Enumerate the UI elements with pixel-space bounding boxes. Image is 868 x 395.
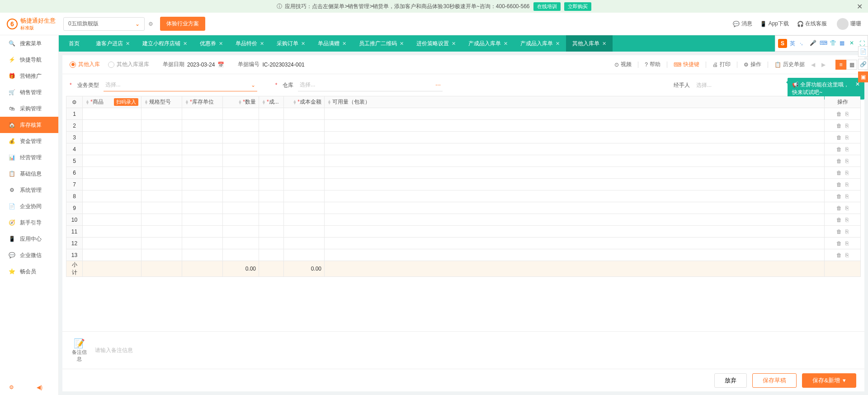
sidebar-item[interactable]: ⭐畅会员 (0, 263, 58, 280)
hotkey-link[interactable]: ⌨ 快捷键 (674, 61, 699, 68)
training-button[interactable]: 在线培训 (533, 2, 561, 11)
tab-close-icon[interactable]: ✕ (219, 41, 223, 47)
message-link[interactable]: 💬消息 (733, 20, 752, 28)
sidebar-item[interactable]: 📄企业协同 (0, 198, 58, 214)
delete-icon[interactable]: 🗑 (836, 146, 842, 152)
tab[interactable]: 产成品入库单✕ (514, 35, 566, 52)
table-row[interactable]: 6🗑⎘ (66, 167, 861, 179)
delete-icon[interactable]: 🗑 (836, 205, 842, 211)
table-row[interactable]: 3🗑⎘ (66, 132, 861, 143)
ops-link[interactable]: ⚙ 操作 (744, 61, 761, 68)
biz-type-select[interactable]: 选择... ⌄ (104, 79, 257, 91)
tab-close-icon[interactable]: ✕ (183, 41, 187, 47)
col-product[interactable]: ▲▼*商品扫码录入 (83, 96, 142, 108)
delete-icon[interactable]: 🗑 (836, 158, 842, 164)
copy-icon[interactable]: ⎘ (845, 193, 849, 200)
table-row[interactable]: 2🗑⎘ (66, 120, 861, 132)
col-unit[interactable]: ▲▼*库存单位 (182, 96, 223, 108)
tab[interactable]: 员工推广二维码✕ (353, 35, 410, 52)
tab[interactable]: 首页 (59, 35, 90, 52)
delete-icon[interactable]: 🗑 (836, 228, 842, 235)
tab[interactable]: 采购订单✕ (270, 35, 311, 52)
sidebar-item[interactable]: 🔍搜索菜单 (0, 35, 58, 52)
tab-close-icon[interactable]: ✕ (556, 41, 560, 47)
tab[interactable]: 邀客户进店✕ (90, 35, 136, 52)
radio-other-in[interactable]: 其他入库 (70, 61, 100, 68)
copy-icon[interactable]: ⎘ (845, 158, 849, 164)
expand-icon[interactable]: ⛶ (859, 40, 865, 47)
col-qty[interactable]: ▲▼*数量 (223, 96, 259, 108)
save-new-button[interactable]: 保存&新增▾ (802, 373, 856, 388)
sidebar-item[interactable]: 📊经营管理 (0, 149, 58, 166)
delete-icon[interactable]: 🗑 (836, 193, 842, 200)
ime-punct-icon[interactable]: ·, (800, 40, 807, 47)
tab[interactable]: 优惠券✕ (193, 35, 229, 52)
table-row[interactable]: 8🗑⎘ (66, 190, 861, 202)
table-row[interactable]: 7🗑⎘ (66, 179, 861, 190)
table-row[interactable]: 9🗑⎘ (66, 202, 861, 214)
delete-icon[interactable]: 🗑 (836, 134, 842, 141)
copy-icon[interactable]: ⎘ (845, 170, 849, 176)
delete-icon[interactable]: 🗑 (836, 252, 842, 258)
org-select[interactable]: 0五组旗舰版 ⌄ (63, 17, 145, 31)
table-row[interactable]: 1🗑⎘ (66, 108, 861, 120)
sidebar-item[interactable]: ⚙系统管理 (0, 182, 58, 198)
sidebar-item[interactable]: 💬企业微信 (0, 247, 58, 263)
sidebar-item[interactable]: 🛒销售管理 (0, 84, 58, 100)
next-icon[interactable]: ▶ (821, 62, 826, 68)
warehouse-select[interactable]: 选择... ⋯ (298, 79, 443, 91)
copy-icon[interactable]: ⎘ (845, 146, 849, 152)
logo[interactable]: 6 畅捷通好生意 标准版 (7, 17, 59, 31)
remark-input[interactable]: 请输入备注信息 (95, 347, 133, 354)
tab-close-icon[interactable]: ✕ (260, 41, 264, 47)
view-list-icon[interactable]: ≡ (835, 60, 846, 70)
settings-icon[interactable]: ⚙ (9, 384, 14, 390)
tab[interactable]: 单品满赠✕ (311, 35, 353, 52)
tab[interactable]: 建立小程序店铺✕ (136, 35, 193, 52)
table-row[interactable]: 4🗑⎘ (66, 143, 861, 155)
col-cost[interactable]: ▲▼*成... (259, 96, 284, 108)
col-spec[interactable]: ▲▼规格型号 (142, 96, 182, 108)
delete-icon[interactable]: 🗑 (836, 217, 842, 223)
sidebar-item[interactable]: 📱应用中心 (0, 231, 58, 247)
cancel-button[interactable]: 放弃 (714, 373, 747, 388)
user-menu[interactable]: 珊珊 (835, 18, 861, 30)
calendar-icon[interactable]: 📅 (217, 62, 224, 68)
ime-skin-icon[interactable]: 👕 (830, 40, 837, 47)
tab-close-icon[interactable]: ✕ (504, 41, 508, 47)
delete-icon[interactable]: 🗑 (836, 123, 842, 129)
copy-icon[interactable]: ⎘ (845, 134, 849, 141)
copy-icon[interactable]: ⎘ (845, 240, 849, 247)
help-link[interactable]: ? 帮助 (645, 61, 660, 68)
tab[interactable]: 单品特价✕ (229, 35, 270, 52)
quick-tab-1[interactable]: 📄 (858, 46, 868, 57)
collapse-icon[interactable]: ◀) (37, 384, 42, 390)
tab-close-icon[interactable]: ✕ (301, 41, 305, 47)
prev-icon[interactable]: ◀ (811, 62, 815, 68)
copy-icon[interactable]: ⎘ (845, 217, 849, 223)
handler-select[interactable]: 选择... (694, 79, 785, 91)
video-link[interactable]: ⊙ 视频 (614, 61, 632, 68)
radio-other-return[interactable]: 其他入库退库 (108, 61, 149, 68)
sidebar-item[interactable]: 🛍采购管理 (0, 100, 58, 117)
delete-icon[interactable]: 🗑 (836, 181, 842, 188)
copy-icon[interactable]: ⎘ (845, 252, 849, 258)
ime-keyboard-icon[interactable]: ⌨ (820, 40, 827, 47)
close-icon[interactable]: ✕ (857, 2, 863, 11)
col-available[interactable]: ▲▼可用量（包装） (325, 96, 825, 108)
view-card-icon[interactable]: ▦ (846, 60, 857, 70)
tab[interactable]: 产成品入库单✕ (462, 35, 514, 52)
ime-lang[interactable]: 英 (790, 40, 797, 47)
table-row[interactable]: 13🗑⎘ (66, 249, 861, 261)
sidebar-item[interactable]: 🎁营销推广 (0, 68, 58, 84)
sidebar-item[interactable]: 💰资金管理 (0, 133, 58, 149)
print-link[interactable]: 🖨 打印 (712, 61, 731, 68)
tab-close-icon[interactable]: ✕ (342, 41, 346, 47)
table-row[interactable]: 10🗑⎘ (66, 214, 861, 226)
quick-tab-3[interactable]: ▣ (858, 71, 868, 82)
col-amount[interactable]: ▲▼*成本金额 (284, 96, 325, 108)
buy-button[interactable]: 立即购买 (564, 2, 591, 11)
experience-button[interactable]: 体验行业方案 (160, 17, 205, 31)
gear-icon[interactable]: ⚙ (148, 21, 153, 27)
date-value[interactable]: 2023-03-24 (187, 62, 215, 68)
